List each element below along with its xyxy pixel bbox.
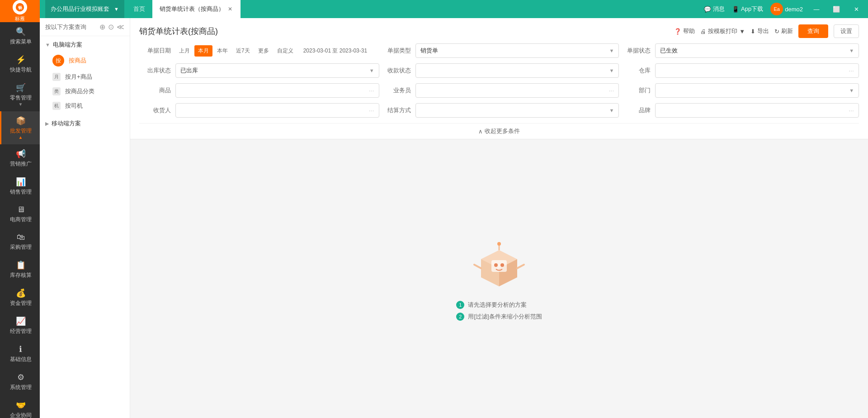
doc-status-input[interactable]: 已生效 ▼ xyxy=(655,43,859,58)
payment-status-label: 收款状态 xyxy=(379,66,415,75)
payment-status-input[interactable]: ▼ xyxy=(415,63,619,78)
print-button[interactable]: 🖨 按模板打印 ▼ xyxy=(700,27,745,35)
step-num-2: 2 xyxy=(456,313,464,321)
sidebar-item-marketing[interactable]: 📢 营销推广 xyxy=(0,144,40,172)
help-label: 帮助 xyxy=(683,27,695,35)
filter-cell-payment-status: 收款状态 ▼ xyxy=(379,63,619,78)
payment-status-dropdown-icon: ▼ xyxy=(609,68,614,73)
date-tab-custom[interactable]: 自定义 xyxy=(274,45,297,57)
brand-name: 办公用品行业模拟账套 xyxy=(51,5,109,13)
sidebar-item-label: 经营管理 xyxy=(10,328,32,335)
doc-status-label: 单据状态 xyxy=(619,47,655,55)
brand-label: 品牌 xyxy=(619,106,655,114)
sidebar-item-purchase[interactable]: 🛍 采购管理 xyxy=(0,228,40,256)
empty-step-2: 2 用[过滤]条件来缩小分析范围 xyxy=(456,313,542,321)
goods-input[interactable]: ··· xyxy=(175,83,379,98)
empty-step-1: 1 请先选择要分析的方案 xyxy=(456,301,542,309)
close-button[interactable]: ✕ xyxy=(850,3,863,15)
sidebar-item-ecommerce[interactable]: 🖥 电商管理 xyxy=(0,200,40,228)
message-button[interactable]: 💬 消息 xyxy=(704,5,725,13)
help-button[interactable]: ❓ 帮助 xyxy=(674,27,695,35)
maximize-button[interactable]: ⬜ xyxy=(830,3,843,15)
department-dropdown-icon: ▼ xyxy=(849,88,854,93)
sidebar-item-label: 基础信息 xyxy=(10,356,32,363)
recipient-input[interactable]: ··· xyxy=(175,103,379,118)
sidebar-item-cooperation[interactable]: 🤝 企业协同 xyxy=(0,396,40,418)
warehouse-label: 仓库 xyxy=(619,66,655,75)
sidebar-item-search-menu[interactable]: 🔍 搜索菜单 xyxy=(0,22,40,50)
refresh-button[interactable]: ↻ 刷新 xyxy=(774,27,793,35)
scheme-item-by-goods[interactable]: 按 按商品 xyxy=(40,52,130,70)
sidebar-item-retail[interactable]: 🛒 零售管理 ▼ xyxy=(0,78,40,111)
marketing-icon: 📢 xyxy=(16,149,26,159)
recipient-label: 收货人 xyxy=(139,106,175,114)
sidebar-item-label: 零售管理 xyxy=(10,94,32,102)
app-download-button[interactable]: 📱 App下载 xyxy=(732,5,763,13)
ecommerce-icon: 🖥 xyxy=(17,205,25,214)
sidebar-item-operation[interactable]: 📈 经营管理 xyxy=(0,312,40,340)
add-scheme-button[interactable]: ⊕ xyxy=(99,23,105,31)
tab-home[interactable]: 首页 xyxy=(126,0,152,18)
warehouse-status-dropdown-icon: ▼ xyxy=(369,68,374,73)
scheme-item-driver[interactable]: 机 按司机 xyxy=(40,99,130,113)
scheme-panel-title: 按以下方案查询 xyxy=(45,23,86,31)
scheme-item-category[interactable]: 类 按商品分类 xyxy=(40,84,130,99)
close-icon: ✕ xyxy=(854,6,859,13)
scheme-item-month-goods[interactable]: 月 按月+商品 xyxy=(40,70,130,84)
query-button[interactable]: 查询 xyxy=(798,24,828,38)
sidebar-logo[interactable]: 畅 标雁 xyxy=(0,0,40,22)
user-menu[interactable]: Ea demo2 xyxy=(770,3,803,15)
scheme-group-desktop-header[interactable]: ▼ 电脑端方案 xyxy=(40,38,130,52)
brand-input[interactable]: ··· xyxy=(655,103,859,118)
collapse-panel-button[interactable]: ≪ xyxy=(117,23,124,31)
date-tab-more[interactable]: 更多 xyxy=(255,45,273,57)
avatar-text: Ea xyxy=(774,6,780,12)
scheme-group-mobile-header[interactable]: ▶ 移动端方案 xyxy=(40,117,130,130)
filter-cell-settlement: 结算方式 ▼ xyxy=(379,103,619,118)
settings-button[interactable]: 设置 xyxy=(834,24,859,38)
department-input[interactable]: ▼ xyxy=(655,83,859,98)
scheme-icon-month: 月 xyxy=(52,73,61,81)
tab-close-icon[interactable]: ✕ xyxy=(227,5,233,13)
warehouse-status-input[interactable]: 已出库 ▼ xyxy=(175,63,379,78)
salesperson-label: 业务员 xyxy=(379,86,415,95)
sidebar-item-label: 库存核算 xyxy=(10,271,32,279)
scheme-group-label: 移动端方案 xyxy=(52,119,81,128)
edit-scheme-button[interactable]: ⊙ xyxy=(108,23,114,31)
minimize-button[interactable]: — xyxy=(810,3,823,15)
date-tab-7days[interactable]: 近7天 xyxy=(232,45,254,57)
warehouse-dots-icon: ··· xyxy=(849,67,854,74)
warehouse-input[interactable]: ··· xyxy=(655,63,859,78)
sidebar-item-inventory[interactable]: 📋 库存核算 xyxy=(0,256,40,284)
sidebar-item-system[interactable]: ⚙ 系统管理 xyxy=(0,368,40,396)
tab-sales-stats[interactable]: 销货单统计表（按商品） ✕ xyxy=(152,0,241,18)
filter-row-4: 收货人 ··· 结算方式 ▼ xyxy=(139,103,859,118)
sidebar-item-basic[interactable]: ℹ 基础信息 xyxy=(0,340,40,368)
sidebar-item-quick-nav[interactable]: ⚡ 快捷导航 xyxy=(0,50,40,78)
scheme-group-mobile: ▶ 移动端方案 xyxy=(40,115,130,132)
date-tab-this-year[interactable]: 本年 xyxy=(213,45,231,57)
doc-type-dropdown-icon: ▼ xyxy=(609,48,614,53)
date-range: 2023-03-01 至 2023-03-31 xyxy=(303,47,367,55)
sidebar-item-sales[interactable]: 📊 销售管理 xyxy=(0,172,40,200)
settlement-input[interactable]: ▼ xyxy=(415,103,619,118)
doc-type-input[interactable]: 销货单 ▼ xyxy=(415,43,619,58)
date-tab-this-month[interactable]: 本月 xyxy=(194,45,212,57)
help-icon: ❓ xyxy=(674,28,681,35)
date-tab-last-month[interactable]: 上月 xyxy=(175,45,193,57)
collapse-button[interactable]: ∧ 收起更多条件 xyxy=(139,123,859,139)
step-num-1: 1 xyxy=(456,301,464,309)
warehouse-status-value: 已出库 xyxy=(180,66,198,75)
logo-icon: 畅 xyxy=(13,0,27,14)
sidebar-item-finance[interactable]: 💰 资金管理 xyxy=(0,284,40,312)
operation-icon: 📈 xyxy=(16,316,26,326)
brand-selector[interactable]: 办公用品行业模拟账套 ▼ xyxy=(45,0,124,18)
settlement-label: 结算方式 xyxy=(379,106,415,114)
sidebar-item-wholesale[interactable]: 📦 批发管理 ▲ xyxy=(0,111,40,144)
export-button[interactable]: ⬇ 导出 xyxy=(750,27,769,35)
salesperson-input[interactable]: ··· xyxy=(415,83,619,98)
retail-icon: 🛒 xyxy=(16,83,26,93)
wholesale-icon: 📦 xyxy=(16,116,26,126)
filter-cell-brand: 品牌 ··· xyxy=(619,103,859,118)
date-tabs: 上月 本月 本年 近7天 更多 自定义 xyxy=(175,45,297,57)
